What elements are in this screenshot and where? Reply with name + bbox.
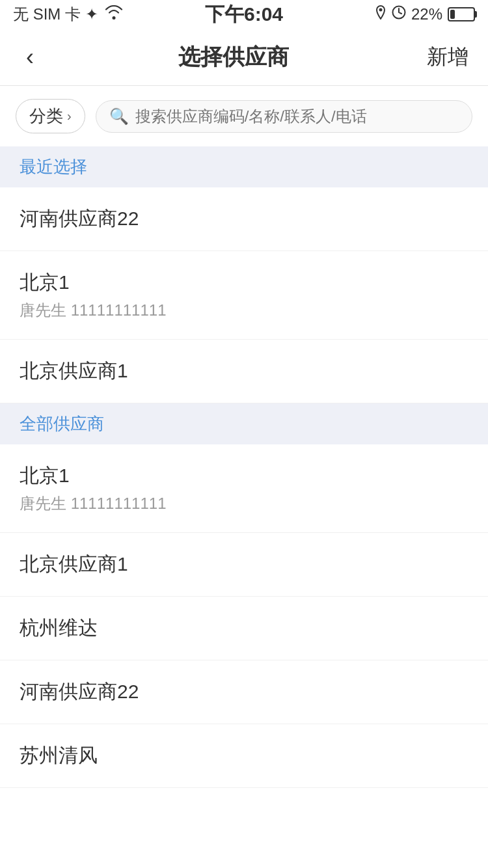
category-filter[interactable]: 分类 › (16, 99, 85, 133)
all-section-header: 全部供应商 (0, 403, 488, 444)
item-name: 河南供应商22 (20, 679, 468, 705)
item-name: 河南供应商22 (20, 206, 468, 232)
item-sub: 唐先生 11111111111 (20, 493, 468, 514)
status-left: 无 SIM 卡 ✦ (13, 4, 123, 25)
recent-section-label: 最近选择 (20, 157, 87, 176)
recent-list: 河南供应商22北京1唐先生 11111111111北京供应商1 (0, 187, 488, 403)
clock-icon (392, 5, 406, 23)
item-name: 苏州清风 (20, 742, 468, 769)
item-name: 北京1 (20, 269, 468, 296)
nav-bar: ‹ 选择供应商 新增 (0, 29, 488, 86)
sim-text: 无 SIM 卡 ✦ (13, 4, 98, 25)
status-bar: 无 SIM 卡 ✦ 下午6:04 22% (0, 0, 488, 29)
list-item[interactable]: 北京1唐先生 11111111111 (0, 251, 488, 340)
search-box[interactable]: 🔍 (96, 100, 472, 133)
battery-icon (448, 7, 475, 21)
chevron-icon: › (67, 109, 72, 124)
item-name: 北京1 (20, 463, 468, 489)
page-title: 选择供应商 (178, 42, 289, 72)
list-item[interactable]: 河南供应商22 (0, 660, 488, 724)
search-icon: 🔍 (109, 107, 129, 126)
search-input[interactable] (135, 107, 459, 126)
all-section-label: 全部供应商 (20, 414, 104, 433)
add-button[interactable]: 新增 (427, 43, 468, 72)
category-label: 分类 (29, 105, 63, 128)
battery-text: 22% (411, 5, 442, 23)
wifi-icon (105, 5, 123, 23)
list-item[interactable]: 河南供应商22 (0, 187, 488, 251)
svg-point-0 (379, 8, 382, 12)
back-button[interactable]: ‹ (20, 37, 40, 77)
all-list: 北京1唐先生 11111111111北京供应商1杭州维达河南供应商22苏州清风 (0, 444, 488, 788)
recent-section-header: 最近选择 (0, 146, 488, 187)
item-name: 杭州维达 (20, 615, 468, 642)
list-item[interactable]: 北京1唐先生 11111111111 (0, 444, 488, 533)
list-item[interactable]: 北京供应商1 (0, 340, 488, 403)
filter-bar: 分类 › 🔍 (0, 86, 488, 146)
item-name: 北京供应商1 (20, 358, 468, 385)
status-time: 下午6:04 (205, 1, 283, 28)
item-sub: 唐先生 11111111111 (20, 300, 468, 321)
location-icon (375, 5, 386, 23)
status-right: 22% (375, 5, 475, 23)
item-name: 北京供应商1 (20, 551, 468, 578)
list-item[interactable]: 杭州维达 (0, 597, 488, 660)
list-item[interactable]: 北京供应商1 (0, 533, 488, 597)
list-item[interactable]: 苏州清风 (0, 724, 488, 788)
